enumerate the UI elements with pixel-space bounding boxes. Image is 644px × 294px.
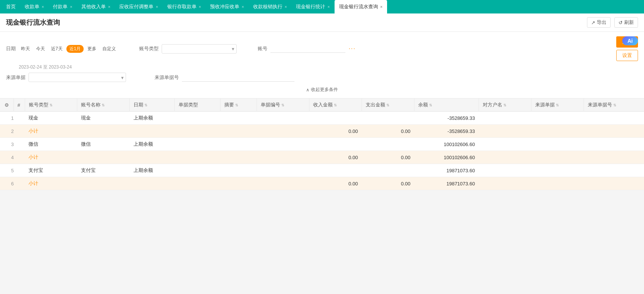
close-icon[interactable]: × (380, 4, 383, 9)
close-icon[interactable]: × (242, 4, 244, 9)
date-shortcuts: 昨天今天近7天近1月更多自定义 (19, 45, 118, 53)
nav-item-其他收入单[interactable]: 其他收入单× (77, 0, 115, 13)
account-type-label: 账号类型 (139, 45, 159, 52)
nav-item-收款单[interactable]: 收款单× (20, 0, 48, 13)
close-icon[interactable]: × (42, 4, 44, 9)
table-row: 3微信微信上期余额100102606.60 (0, 138, 644, 151)
source-doc-num-input[interactable] (182, 73, 294, 82)
table-cell (479, 125, 531, 138)
source-doc-label: 来源单据 (6, 74, 26, 81)
table-cell: 现金 (77, 112, 130, 125)
th-收入金额[interactable]: 收入金额⇅ (309, 98, 362, 112)
th-账号名称[interactable]: 账号名称⇅ (77, 98, 130, 112)
nav-item-现金银行流水查询[interactable]: 现金银行流水查询× (335, 0, 387, 13)
settings-button[interactable]: 设置 (616, 50, 638, 61)
table-cell (221, 138, 257, 151)
close-icon[interactable]: × (327, 4, 330, 9)
table-cell (584, 125, 644, 138)
th-gear[interactable]: ⚙ (0, 98, 14, 112)
th-支出金额[interactable]: 支出金额⇅ (362, 98, 414, 112)
th-日期[interactable]: 日期⇅ (130, 98, 175, 112)
th-row-num: # (14, 98, 25, 112)
table-cell: 100102606.60 (414, 151, 479, 164)
th-账号类型[interactable]: 账号类型⇅ (25, 98, 77, 112)
table-cell: 小计 (25, 125, 77, 138)
date-shortcut-近7天[interactable]: 近7天 (49, 45, 65, 53)
table-cell: -3528659.33 (414, 112, 479, 125)
date-range-display: 2023-02-24 至 2023-03-24 (17, 64, 638, 70)
nav-item-现金银行统计[interactable]: 现金银行统计× (291, 0, 334, 13)
close-icon[interactable]: × (156, 4, 158, 9)
table-cell (257, 138, 309, 151)
table-cell: 0.00 (362, 151, 414, 164)
date-filter-group: 日期 昨天今天近7天近1月更多自定义 (6, 45, 118, 53)
th-来源单据[interactable]: 来源单据⇅ (531, 98, 584, 112)
table-cell (531, 177, 584, 190)
th-摘要[interactable]: 摘要⇅ (221, 98, 257, 112)
date-shortcut-昨天[interactable]: 昨天 (19, 45, 32, 53)
table-cell (309, 164, 362, 177)
filter-row-1: 日期 昨天今天近7天近1月更多自定义 账号类型 现金银行微信支付宝 账号 ···… (6, 36, 638, 61)
table-cell (77, 125, 130, 138)
nav-item-首页[interactable]: 首页 (2, 0, 20, 13)
source-doc-num-filter-group: 来源单据号 (155, 73, 294, 82)
table-row: 6小计0.000.0019871073.60 (0, 177, 644, 190)
table-cell: 0.00 (362, 125, 414, 138)
table-cell (479, 138, 531, 151)
gear-icon[interactable]: ⚙ (5, 102, 9, 108)
table-cell (257, 112, 309, 125)
close-icon[interactable]: × (70, 4, 72, 9)
table-cell: -3528659.33 (414, 125, 479, 138)
date-shortcut-更多[interactable]: 更多 (85, 45, 99, 53)
table-cell: 微信 (77, 138, 130, 151)
table-cell (175, 138, 221, 151)
data-table: ⚙ # 账号类型⇅账号名称⇅日期⇅单据类型摘要⇅单据编号⇅收入金额⇅支出金额⇅余… (0, 98, 644, 190)
table-cell: 小计 (25, 151, 77, 164)
table-cell (584, 177, 644, 190)
account-dots-button[interactable]: ··· (348, 45, 356, 52)
refresh-button[interactable]: ↺ 刷新 (614, 17, 638, 28)
table-row: 2小计0.000.00-3528659.33 (0, 125, 644, 138)
th-对方户名[interactable]: 对方户名⇅ (479, 98, 531, 112)
account-type-select[interactable]: 现金银行微信支付宝 (162, 44, 237, 54)
nav-item-应收应付调整单[interactable]: 应收应付调整单× (115, 0, 162, 13)
table-cell (362, 164, 414, 177)
date-shortcut-今天[interactable]: 今天 (34, 45, 47, 53)
table-cell (221, 151, 257, 164)
top-navigation: 首页收款单×付款单×其他收入单×应收应付调整单×银行存取款单×预收冲应收单×收款… (0, 0, 644, 13)
th-来源单据号[interactable]: 来源单据号⇅ (584, 98, 644, 112)
table-cell (221, 177, 257, 190)
filter-row-2: 来源单据 来源单据号 (6, 73, 638, 82)
table-cell (257, 164, 309, 177)
close-icon[interactable]: × (199, 4, 201, 9)
table-cell (362, 112, 414, 125)
account-type-select-wrapper: 现金银行微信支付宝 (162, 44, 237, 54)
nav-item-预收冲应收单[interactable]: 预收冲应收单× (206, 0, 248, 13)
nav-item-收款核销执行[interactable]: 收款核销执行× (249, 0, 291, 13)
collapse-filter-button[interactable]: ∧ 收起更多条件 (6, 85, 638, 94)
table-cell (175, 164, 221, 177)
table-cell: 现金 (25, 112, 77, 125)
date-shortcut-自定义[interactable]: 自定义 (100, 45, 118, 53)
table-cell (531, 125, 584, 138)
table-cell (77, 177, 130, 190)
table-cell: 0.00 (309, 151, 362, 164)
date-shortcut-近1月[interactable]: 近1月 (66, 45, 84, 53)
table-cell: 支付宝 (25, 164, 77, 177)
account-type-filter-group: 账号类型 现金银行微信支付宝 (139, 44, 237, 54)
close-icon[interactable]: × (108, 4, 110, 9)
table-cell: 上期余额 (130, 164, 175, 177)
table-cell (531, 151, 584, 164)
th-单据编号[interactable]: 单据编号⇅ (257, 98, 309, 112)
table-cell (479, 151, 531, 164)
header-actions: ↗ 导出 ↺ 刷新 (587, 17, 638, 28)
close-icon[interactable]: × (285, 4, 287, 9)
row-num-cell: 3 (0, 138, 25, 151)
nav-item-银行存取款单[interactable]: 银行存取款单× (163, 0, 206, 13)
ai-badge[interactable]: Ai (622, 36, 638, 45)
account-input[interactable] (270, 45, 345, 53)
th-余额[interactable]: 余额⇅ (414, 98, 479, 112)
source-doc-select[interactable] (29, 73, 126, 82)
export-button[interactable]: ↗ 导出 (587, 17, 611, 28)
nav-item-付款单[interactable]: 付款单× (48, 0, 77, 13)
